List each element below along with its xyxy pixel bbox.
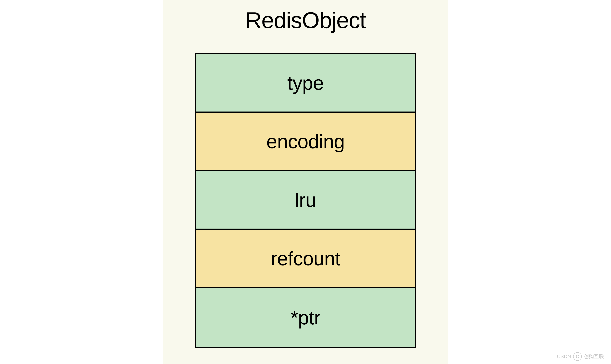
field-ptr: *ptr: [196, 288, 415, 347]
watermark: CSDN C 创购互联: [557, 352, 604, 361]
diagram-title: RedisObject: [245, 7, 366, 33]
field-encoding: encoding: [196, 113, 415, 171]
struct-box: type encoding lru refcount *ptr: [195, 53, 416, 348]
field-lru: lru: [196, 171, 415, 230]
field-refcount: refcount: [196, 230, 415, 288]
watermark-text: CSDN: [557, 354, 571, 359]
field-type: type: [196, 54, 415, 113]
watermark-logo-icon: C: [573, 352, 582, 361]
watermark-subtext: 创购互联: [584, 353, 604, 360]
diagram-panel: RedisObject type encoding lru refcount *…: [163, 0, 448, 364]
